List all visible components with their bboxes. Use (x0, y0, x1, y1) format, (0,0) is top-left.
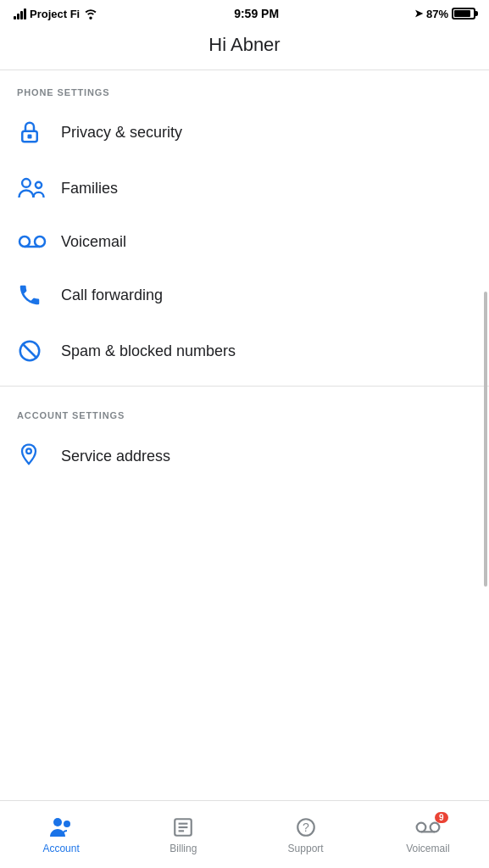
account-settings-header: ACCOUNT SETTINGS (0, 393, 489, 427)
bottom-nav: Account Billing ? Support (0, 800, 489, 868)
service-address-item[interactable]: Service address (0, 427, 489, 485)
voicemail-label: Voicemail (61, 233, 126, 251)
location-icon: ➤ (414, 8, 423, 19)
account-nav-label: Account (42, 843, 79, 854)
voicemail-icon (17, 231, 47, 252)
svg-point-10 (26, 448, 31, 453)
svg-rect-1 (28, 135, 32, 139)
voicemail-badge: 9 (435, 812, 448, 823)
greeting-text: Hi Abner (0, 24, 489, 70)
voicemail-nav-icon: 9 (414, 815, 442, 839)
privacy-icon-wrap (17, 120, 61, 145)
svg-point-4 (19, 236, 30, 247)
status-right: ➤ 87% (414, 8, 475, 20)
section-divider (0, 386, 489, 387)
svg-text:?: ? (303, 821, 309, 834)
location-pin-icon (17, 442, 41, 470)
nav-billing[interactable]: Billing (122, 809, 244, 861)
lock-icon (17, 120, 42, 145)
battery-percent: 87% (426, 8, 448, 20)
spam-item[interactable]: Spam & blocked numbers (0, 323, 489, 379)
spam-icon-wrap (17, 338, 61, 364)
billing-nav-label: Billing (169, 843, 197, 854)
wifi-icon (83, 8, 98, 19)
voicemail-nav-label: Voicemail (406, 843, 449, 854)
families-icon (17, 175, 46, 201)
voicemail-icon-wrap (17, 231, 61, 252)
families-item[interactable]: Families (0, 160, 489, 216)
spam-label: Spam & blocked numbers (61, 342, 236, 360)
billing-nav-icon (169, 815, 197, 839)
call-forward-icon (17, 282, 42, 308)
status-bar: Project Fi 9:59 PM ➤ 87% (0, 0, 489, 24)
support-nav-label: Support (288, 843, 324, 854)
nav-voicemail[interactable]: 9 Voicemail (367, 809, 489, 861)
phone-settings-header: PHONE SETTINGS (0, 70, 489, 104)
svg-point-19 (417, 822, 426, 832)
service-address-icon-wrap (17, 442, 61, 470)
account-nav-icon (47, 815, 75, 839)
call-forwarding-icon-wrap (17, 282, 61, 308)
svg-point-12 (64, 821, 70, 827)
support-nav-icon: ? (292, 815, 320, 839)
svg-point-11 (53, 818, 62, 826)
privacy-security-label: Privacy & security (61, 124, 182, 142)
privacy-security-item[interactable]: Privacy & security (0, 104, 489, 160)
status-time: 9:59 PM (234, 7, 279, 20)
signal-icon (14, 8, 26, 19)
battery-icon (452, 8, 475, 19)
families-label: Families (61, 180, 118, 198)
status-left: Project Fi (14, 8, 98, 20)
svg-point-2 (22, 179, 31, 187)
call-forwarding-label: Call forwarding (61, 287, 163, 304)
voicemail-item[interactable]: Voicemail (0, 216, 489, 267)
content-area: PHONE SETTINGS Privacy & security Famili… (0, 70, 489, 808)
scrollbar-track (484, 70, 487, 808)
carrier-label: Project Fi (30, 8, 80, 20)
svg-line-7 (32, 287, 39, 293)
svg-point-5 (35, 236, 45, 247)
service-address-label: Service address (61, 448, 170, 465)
svg-point-3 (36, 182, 42, 188)
call-forwarding-item[interactable]: Call forwarding (0, 267, 489, 323)
scrollbar-thumb (484, 292, 487, 587)
svg-point-20 (431, 822, 440, 832)
block-icon (17, 338, 42, 364)
families-icon-wrap (17, 175, 61, 201)
nav-account[interactable]: Account (0, 809, 122, 861)
nav-support[interactable]: ? Support (245, 809, 367, 861)
svg-line-9 (22, 343, 37, 359)
